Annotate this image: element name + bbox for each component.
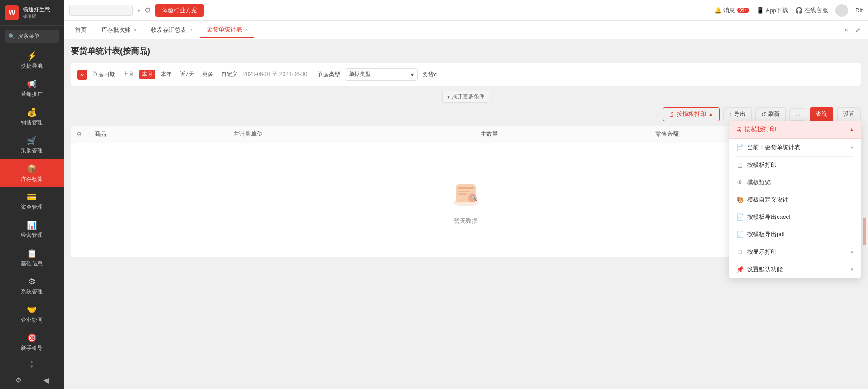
- search-menu-button[interactable]: 🔍 搜索菜单: [5, 30, 59, 43]
- tab-order-stats[interactable]: 要货单统计表 ×: [200, 22, 254, 38]
- header-gear-icon[interactable]: ⚙: [145, 6, 151, 15]
- tab-order-stats-close[interactable]: ×: [245, 27, 248, 32]
- app-download-item[interactable]: 📱 App下载: [757, 6, 788, 15]
- sidebar-item-operation[interactable]: 📊 经营管理: [0, 216, 64, 244]
- more-button[interactable]: ···: [789, 108, 806, 121]
- sidebar-item-system[interactable]: ⚙ 系统管理: [0, 272, 64, 300]
- header-search-chevron-icon[interactable]: ▾: [137, 7, 140, 14]
- filter-bar: « 单据日期 上月 本月 本年 近7天 更多 自定义 2023-06-01 至 …: [71, 63, 861, 86]
- date-custom-button[interactable]: 自定义: [219, 70, 240, 79]
- sidebar-item-purchase[interactable]: 🛒 采购管理: [0, 131, 64, 159]
- sidebar-item-label: 资金管理: [21, 203, 43, 211]
- right-scrollbar[interactable]: [863, 218, 866, 245]
- order-type-select[interactable]: 单据类型 ▾: [345, 68, 418, 81]
- quick-nav-icon: ⚡: [27, 51, 37, 61]
- window-expand-button[interactable]: ⤢: [853, 25, 863, 35]
- set-default-icon: 📌: [736, 266, 743, 273]
- current-template-chevron-icon: ▾: [851, 145, 853, 151]
- dropdown-display-print[interactable]: 🖥 按显示打印 ▾: [729, 243, 861, 261]
- svg-text:🔍: 🔍: [470, 194, 477, 201]
- refresh-icon: ↺: [761, 111, 766, 118]
- tab-inventory-batch[interactable]: 库存批次账 ×: [95, 22, 143, 38]
- date-group: 上月 本月 本年 近7天 更多 自定义 2023-06-01 至 2023-06…: [120, 70, 307, 79]
- inventory-icon: 📦: [27, 164, 37, 174]
- header-search-input[interactable]: [69, 5, 133, 16]
- refresh-button[interactable]: ↺ 刷新: [755, 107, 786, 121]
- user-avatar[interactable]: [835, 4, 848, 17]
- dropdown-header-title: 🖨 按模板打印: [735, 126, 776, 134]
- sidebar-item-label: 销售管理: [21, 119, 43, 126]
- dropdown-collapse-icon[interactable]: ▲: [849, 126, 854, 133]
- expand-more-row: ▾ 展开更多条件: [71, 91, 861, 103]
- filter-expand-button[interactable]: «: [77, 70, 87, 80]
- display-print-icon: 🖥: [736, 248, 743, 256]
- chevron-down-icon: ▾: [447, 94, 450, 100]
- dropdown-set-default[interactable]: 📌 设置默认功能 ▾: [729, 261, 861, 278]
- settings-bottom-button[interactable]: ⚙: [15, 376, 22, 384]
- order-items-filter-label: 要货c: [422, 71, 437, 79]
- user-name: Rit: [855, 7, 863, 14]
- date-range-text: 2023-06-01 至 2023-06-30: [243, 71, 307, 78]
- collapse-sidebar-button[interactable]: ◀: [43, 376, 49, 384]
- dropdown-template-export-excel[interactable]: 📄 按模板导出excel: [729, 208, 861, 226]
- settings-button[interactable]: 设置: [837, 107, 861, 121]
- export-button[interactable]: ↑ 导出: [723, 107, 752, 121]
- dropdown-template-export-pdf[interactable]: 📄 按模板导出pdf: [729, 226, 861, 243]
- sidebar-item-guide[interactable]: 🎯 新手引导: [0, 328, 64, 357]
- date-this-year-button[interactable]: 本年: [158, 70, 175, 79]
- sidebar-search-area: 🔍 搜索菜单: [0, 26, 64, 46]
- sidebar-item-label: 营销推广: [21, 91, 43, 98]
- sidebar-item-quick-nav[interactable]: ⚡ 快捷导航: [0, 46, 64, 75]
- set-default-chevron-icon: ▾: [851, 267, 853, 273]
- marketing-icon: 📢: [27, 79, 37, 89]
- sidebar-item-basic[interactable]: 📋 基础信息: [0, 244, 64, 272]
- sidebar-item-apps[interactable]: 🔲 应用中心: [0, 357, 64, 357]
- dropdown-current-template[interactable]: 📄 当前：要货单统计表 ▾: [729, 139, 861, 156]
- date-last-month-button[interactable]: 上月: [120, 70, 136, 79]
- expand-more-button[interactable]: ▾ 展开更多条件: [442, 91, 489, 103]
- tab-receipt-summary[interactable]: 收发存汇总表 ×: [144, 22, 199, 38]
- notifications-badge: 99+: [737, 8, 749, 13]
- sidebar-item-label: 系统管理: [21, 288, 43, 296]
- sidebar-item-label: 库存核算: [21, 175, 43, 183]
- sidebar-scroll-down[interactable]: ▼: [30, 364, 34, 369]
- enterprise-icon: 🤝: [27, 305, 37, 315]
- query-button[interactable]: 查询: [810, 107, 833, 121]
- print-chevron-up-icon: ▲: [708, 111, 714, 118]
- bell-icon: 🔔: [714, 7, 722, 14]
- sidebar-item-marketing[interactable]: 📢 营销推广: [0, 75, 64, 103]
- sidebar-item-label: 快捷导航: [21, 62, 43, 70]
- sidebar-item-sales[interactable]: 💰 销售管理: [0, 103, 64, 131]
- notifications-item[interactable]: 🔔 消息 99+: [714, 6, 749, 15]
- dropdown-template-print[interactable]: 🖨 按模板打印: [729, 157, 861, 174]
- filter-divider: [312, 70, 312, 79]
- table-unit-header: 主计量单位: [228, 126, 475, 143]
- date-this-month-button[interactable]: 本月: [139, 70, 155, 79]
- phone-icon: 📱: [757, 7, 764, 14]
- dropdown-template-custom[interactable]: 🎨 模板自定义设计: [729, 191, 861, 208]
- template-preview-icon: 👁: [736, 179, 743, 186]
- sidebar-item-enterprise[interactable]: 🤝 企业协同: [0, 300, 64, 328]
- print-template-button[interactable]: 🖨 按模板打印 ▲: [663, 107, 720, 121]
- tab-receipt-summary-close[interactable]: ×: [189, 28, 192, 33]
- date-7days-button[interactable]: 近7天: [177, 70, 197, 79]
- dropdown-template-preview[interactable]: 👁 模板预览: [729, 174, 861, 191]
- basic-icon: 📋: [27, 248, 37, 258]
- select-chevron-icon: ▾: [411, 71, 414, 78]
- order-type-filter-label: 单据类型: [317, 71, 340, 79]
- window-close-button[interactable]: ×: [841, 25, 852, 35]
- svg-rect-4: [458, 193, 467, 195]
- tab-home[interactable]: 首页: [68, 22, 94, 38]
- empty-state-icon: 🔍: [448, 175, 484, 212]
- table-column-settings-button[interactable]: ⚙: [76, 131, 82, 138]
- sidebar-item-inventory[interactable]: 📦 库存核算: [0, 159, 64, 187]
- sidebar-scroll-up[interactable]: ▲: [30, 359, 34, 364]
- purchase-icon: 🛒: [27, 136, 37, 146]
- header-right-area: 🔔 消息 99+ 📱 App下载 🎧 在线客服 Rit: [714, 4, 863, 17]
- experience-btn[interactable]: 体验行业方案: [155, 4, 204, 17]
- sidebar-item-finance[interactable]: 💳 资金管理: [0, 187, 64, 216]
- date-more-button[interactable]: 更多: [200, 70, 216, 79]
- tab-inventory-batch-close[interactable]: ×: [134, 28, 136, 33]
- export-icon: ↑: [729, 111, 733, 118]
- customer-service-item[interactable]: 🎧 在线客服: [795, 6, 828, 15]
